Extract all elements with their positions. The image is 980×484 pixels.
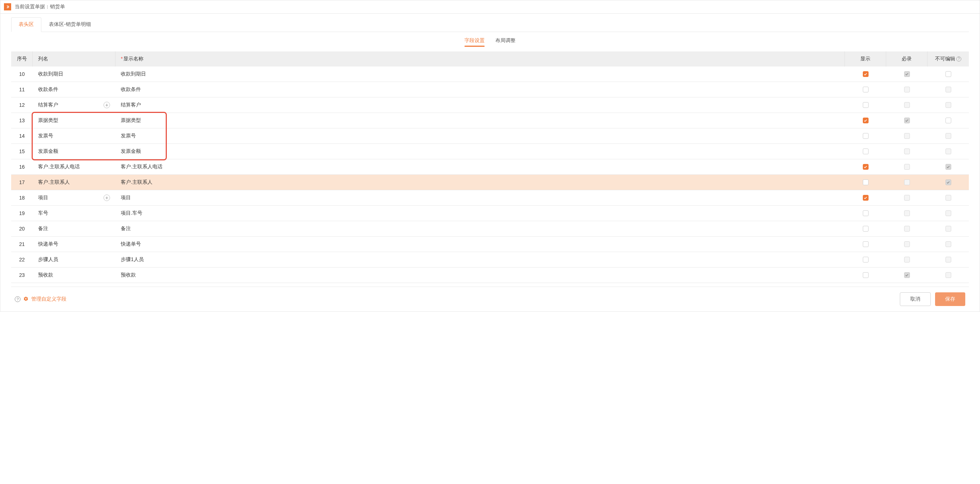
row-seq: 16	[11, 160, 33, 174]
row-show-cell	[845, 129, 886, 143]
row-required-cell	[886, 160, 928, 174]
cancel-button[interactable]: 取消	[900, 292, 931, 306]
checkbox	[945, 133, 951, 139]
col-header-show: 显示	[845, 51, 886, 67]
footer-right: 取消 保存	[900, 292, 965, 306]
table-row[interactable]: 11收款条件收款条件	[11, 82, 969, 97]
checkbox[interactable]	[863, 164, 869, 170]
checkbox[interactable]	[863, 241, 869, 247]
checkbox[interactable]	[945, 71, 951, 77]
row-display-name[interactable]: 项目.车号	[115, 206, 845, 221]
row-display-name[interactable]: 项目	[115, 190, 845, 205]
table-row[interactable]: 12结算客户+结算客户	[11, 97, 969, 113]
row-readonly-cell	[928, 221, 969, 236]
row-seq: 21	[11, 237, 33, 252]
table-row[interactable]: 16客户.主联系人电话客户.主联系人电话	[11, 159, 969, 175]
sub-tab-field-settings[interactable]: 字段设置	[465, 37, 485, 46]
checkbox	[904, 241, 910, 247]
checkbox[interactable]	[863, 102, 869, 108]
row-display-name[interactable]: 备注	[115, 221, 845, 236]
row-seq: 13	[11, 113, 33, 127]
table-row[interactable]: 19车号项目.车号	[11, 206, 969, 221]
tab-body-area[interactable]: 表体区-销货单明细	[41, 17, 99, 32]
checkbox[interactable]	[863, 148, 869, 154]
row-required-cell	[886, 191, 928, 205]
checkbox[interactable]	[863, 87, 869, 92]
field-table: 序号 列名 *显示名称 显示 必录 不可编辑? 10收款到期日收款到期日11收款…	[11, 51, 969, 283]
row-display-name[interactable]: 客户.主联系人电话	[115, 159, 845, 174]
help-icon[interactable]: ?	[956, 56, 961, 62]
row-readonly-cell	[928, 113, 969, 127]
row-readonly-cell	[928, 252, 969, 267]
row-readonly-cell	[928, 237, 969, 252]
row-field-name: 备注	[33, 221, 115, 236]
row-required-cell	[886, 129, 928, 143]
row-seq: 20	[11, 221, 33, 236]
row-seq: 14	[11, 129, 33, 143]
row-display-name[interactable]: 快递单号	[115, 237, 845, 252]
chevron-right-icon	[5, 5, 10, 9]
expand-sidebar-button[interactable]	[4, 3, 11, 10]
tab-header-area[interactable]: 表头区	[11, 17, 41, 32]
manage-custom-fields-link[interactable]: 管理自定义字段	[31, 296, 67, 302]
row-seq: 11	[11, 82, 33, 97]
row-field-name: 发票号	[33, 128, 115, 143]
row-display-name[interactable]: 结算客户	[115, 97, 845, 113]
checkbox[interactable]	[945, 118, 951, 123]
row-display-name[interactable]: 收款条件	[115, 82, 845, 97]
row-required-cell	[886, 82, 928, 97]
checkbox[interactable]	[863, 71, 869, 77]
checkbox	[904, 272, 910, 278]
row-display-name[interactable]: 步骤1人员	[115, 252, 845, 267]
checkbox	[904, 195, 910, 201]
row-display-name[interactable]: 收款到期日	[115, 67, 845, 82]
checkbox[interactable]	[863, 272, 869, 278]
row-display-name[interactable]: 预收款	[115, 267, 845, 283]
table-row[interactable]: 18项目+项目	[11, 190, 969, 206]
checkbox	[945, 180, 951, 185]
checkbox[interactable]	[863, 210, 869, 216]
checkbox	[904, 210, 910, 216]
row-seq: 15	[11, 144, 33, 159]
header-title-label: 当前设置单据：	[15, 3, 50, 10]
row-display-name[interactable]: 发票号	[115, 128, 845, 143]
row-display-name[interactable]: 票据类型	[115, 113, 845, 128]
row-display-name[interactable]: 发票金额	[115, 144, 845, 159]
row-readonly-cell	[928, 268, 969, 282]
table-row[interactable]: 20备注备注	[11, 221, 969, 237]
checkbox[interactable]	[863, 226, 869, 232]
footer-bar: ? 管理自定义字段 取消 保存	[11, 287, 969, 311]
table-row[interactable]: 15发票金额发票金额	[11, 144, 969, 159]
table-row[interactable]: 22步骤人员步骤1人员	[11, 252, 969, 267]
checkbox[interactable]	[863, 180, 869, 185]
question-icon[interactable]: ?	[15, 296, 21, 302]
sub-tab-layout[interactable]: 布局调整	[495, 37, 515, 46]
save-button[interactable]: 保存	[935, 292, 965, 306]
main-tabs: 表头区 表体区-销货单明细	[0, 17, 980, 32]
table-row[interactable]: 23预收款预收款	[11, 267, 969, 283]
checkbox	[945, 195, 951, 201]
checkbox[interactable]	[863, 133, 869, 139]
table-row[interactable]: 14发票号发票号	[11, 128, 969, 144]
plus-icon[interactable]: +	[103, 102, 110, 108]
row-display-name[interactable]: 客户.主联系人	[115, 175, 845, 190]
checkbox	[904, 87, 910, 92]
table-row[interactable]: 21快递单号快递单号	[11, 237, 969, 252]
table-row[interactable]: 10收款到期日收款到期日	[11, 67, 969, 82]
table-header: 序号 列名 *显示名称 显示 必录 不可编辑?	[11, 51, 969, 67]
row-field-name: 步骤人员	[33, 252, 115, 267]
row-field-name: 快递单号	[33, 237, 115, 252]
row-required-cell	[886, 268, 928, 282]
row-field-name: 结算客户+	[33, 97, 115, 113]
checkbox	[945, 257, 951, 263]
checkbox[interactable]	[863, 118, 869, 123]
row-show-cell	[845, 175, 886, 189]
row-field-name: 收款到期日	[33, 67, 115, 82]
checkbox	[904, 180, 910, 185]
checkbox[interactable]	[863, 195, 869, 201]
plus-icon[interactable]: +	[103, 194, 110, 201]
checkbox[interactable]	[863, 257, 869, 263]
table-row[interactable]: 13票据类型票据类型	[11, 113, 969, 128]
table-row[interactable]: 17客户.主联系人客户.主联系人	[11, 175, 969, 190]
row-readonly-cell	[928, 175, 969, 189]
